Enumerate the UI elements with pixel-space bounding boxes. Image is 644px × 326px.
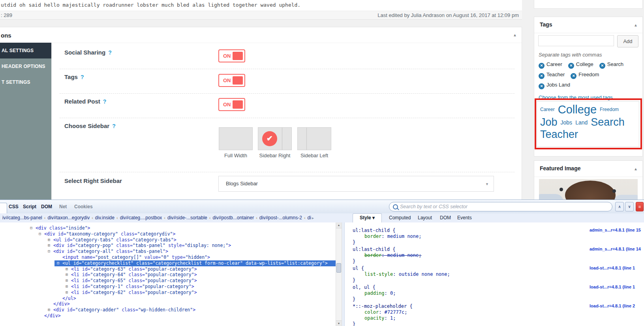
css-rule-source-link[interactable]: load-st...r=4.8.1 (line 1 xyxy=(590,266,635,270)
breadcrumb-item[interactable]: div#taxon...egorydiv xyxy=(47,215,90,220)
breadcrumb-item[interactable]: di xyxy=(308,215,311,220)
style-panel-tab-dom[interactable]: DOM xyxy=(440,215,451,220)
dom-tree-row[interactable]: </ul> xyxy=(0,296,336,302)
collapse-icon[interactable]: ⊟ xyxy=(39,232,41,236)
dom-tree-row[interactable]: <input name="post_category[]" value="0" … xyxy=(0,254,336,260)
find-previous-button[interactable]: ∧ xyxy=(615,202,624,211)
css-declaration[interactable]: list-style: outside none none; xyxy=(353,271,450,277)
dom-tree-row[interactable]: ⊞<li id="category-62" class="popular-cat… xyxy=(0,290,336,296)
tree-scrollbar[interactable]: ▲ ▼ xyxy=(336,222,342,326)
style-panel-tab-style[interactable]: Style ▾ xyxy=(353,213,382,222)
cloud-tag[interactable]: Jobs xyxy=(561,119,573,126)
sidebar-tab-al-settings[interactable]: AL SETTINGS xyxy=(0,43,51,58)
expand-icon[interactable]: ⊞ xyxy=(48,307,50,312)
expand-icon[interactable]: ⊞ xyxy=(66,284,68,288)
css-rule-source-link[interactable]: admin_s...r=4.8.1 (line 14 xyxy=(590,247,641,251)
cloud-tag[interactable]: Career xyxy=(540,107,555,112)
help-icon[interactable]: ? xyxy=(103,98,107,105)
devtools-tab-net[interactable]: Net xyxy=(59,204,67,209)
cloud-tag[interactable]: Freedom xyxy=(600,107,619,112)
featured-image-header[interactable]: Featured Image ▲ xyxy=(534,161,642,177)
collapse-icon[interactable]: ⊟ xyxy=(30,226,32,230)
collapse-arrow-icon[interactable]: ▲ xyxy=(634,23,638,27)
css-declaration[interactable]: border: medium none; xyxy=(353,253,422,258)
help-icon[interactable]: ? xyxy=(81,74,84,80)
dom-tree-row[interactable]: ⊟<ul id="categorychecklist" class="categ… xyxy=(0,260,336,266)
social-sharing-toggle[interactable]: ON xyxy=(218,49,245,62)
breadcrumb-item[interactable]: div#categ....postbox xyxy=(120,215,162,220)
dom-tree-row[interactable]: ⊟<div id="category-all" class="tabs-pane… xyxy=(0,249,336,254)
expand-icon[interactable]: ⊞ xyxy=(66,272,68,277)
dom-tree-row[interactable]: </div> xyxy=(0,301,336,307)
scroll-down-icon[interactable]: ▼ xyxy=(336,320,342,326)
dom-tree-row[interactable]: ⊟<div id="taxonomy-category" class="cate… xyxy=(0,231,336,237)
breadcrumb-item[interactable]: div#side-...sortable xyxy=(167,215,207,220)
help-icon[interactable]: ? xyxy=(108,49,112,56)
dom-tree-row[interactable]: </div> xyxy=(0,313,336,319)
style-panel-tab-computed[interactable]: Computed xyxy=(389,215,411,220)
remove-tag-icon[interactable]: ✕ xyxy=(568,63,574,69)
dom-tree-row[interactable]: ⊟<div class="inside"> xyxy=(0,225,336,231)
tags-panel-header[interactable]: Tags ▲ xyxy=(534,17,642,33)
tags-toggle[interactable]: ON xyxy=(218,74,245,87)
expand-icon[interactable]: ⊞ xyxy=(66,267,68,271)
breadcrumb-item[interactable]: div#post-...olumns-2 xyxy=(259,215,302,220)
add-tag-button[interactable]: Add xyxy=(617,35,638,47)
remove-tag-icon[interactable]: ✕ xyxy=(539,73,544,79)
dom-tree-row[interactable]: ⊞<div id="category-adder" class="wp-hidd… xyxy=(0,307,336,313)
scroll-up-icon[interactable]: ▲ xyxy=(336,222,342,228)
css-declaration[interactable]: color: #72777c; xyxy=(353,309,413,315)
dom-tree-row[interactable]: ⊞<li id="category-64" class="popular-cat… xyxy=(0,272,336,278)
css-selector[interactable]: *::-moz-placeholder { xyxy=(353,303,413,309)
active-panel-tab-partial[interactable] xyxy=(0,203,7,214)
panel-splitter[interactable] xyxy=(342,222,345,326)
help-icon[interactable]: ? xyxy=(112,123,116,129)
collapse-icon[interactable]: ⊟ xyxy=(57,261,59,265)
devtools-tab-css[interactable]: CSS xyxy=(9,204,19,209)
expand-icon[interactable]: ⊞ xyxy=(66,278,68,283)
breadcrumb-item[interactable]: iv#categ...bs-panel xyxy=(2,215,42,220)
new-tag-input[interactable] xyxy=(538,35,614,46)
expand-icon[interactable]: ⊞ xyxy=(48,237,50,242)
remove-tag-icon[interactable]: ✕ xyxy=(599,63,605,69)
remove-tag-icon[interactable]: ✕ xyxy=(539,83,544,89)
dom-tree-row[interactable]: ⊞<li id="category-65" class="popular-cat… xyxy=(0,278,336,284)
css-selector[interactable]: ul:last-child { xyxy=(353,228,422,234)
devtools-search-box[interactable]: Search by text or CSS selector xyxy=(389,202,612,211)
find-next-button[interactable]: ∨ xyxy=(625,202,634,211)
most-used-tags-link[interactable]: Choose from the most used tags xyxy=(539,94,613,100)
layout-option-sidebar-left[interactable] xyxy=(297,127,331,150)
remove-tag-icon[interactable]: ✕ xyxy=(571,73,576,79)
devtools-tab-cookies[interactable]: Cookies xyxy=(74,204,93,209)
dom-tree-row[interactable]: ⊞<ul id="category-tabs" class="category-… xyxy=(0,237,336,243)
devtools-close-button[interactable]: ≡ xyxy=(636,202,644,211)
css-selector[interactable]: ol, ul { xyxy=(353,285,396,290)
cloud-tag[interactable]: College xyxy=(558,103,597,116)
css-selector[interactable]: ul:last-child { xyxy=(353,247,422,253)
sidebar-tab-header-options[interactable]: HEADER OPTIONS xyxy=(0,58,51,74)
style-panel-tab-events[interactable]: Events xyxy=(457,215,472,220)
css-declaration[interactable]: padding: 0; xyxy=(353,290,396,296)
cloud-tag[interactable]: Job xyxy=(540,116,558,128)
expand-icon[interactable]: ⊞ xyxy=(48,243,50,247)
cloud-tag[interactable]: Teacher xyxy=(540,128,578,140)
devtools-tab-script[interactable]: Script xyxy=(23,204,36,209)
collapse-arrow-icon[interactable]: ▲ xyxy=(634,167,638,171)
sidebar-tab-t-settings[interactable]: T SETTINGS xyxy=(0,74,51,90)
devtools-tab-dom[interactable]: DOM xyxy=(41,204,52,209)
css-rule-source-link[interactable]: admin_s...r=4.8.1 (line 15 xyxy=(590,228,641,232)
layout-option-full-width[interactable] xyxy=(219,127,253,150)
cloud-tag[interactable]: Land xyxy=(575,119,588,126)
dom-tree-row[interactable]: ⊞<li id="category-1" class="popular-cate… xyxy=(0,284,336,290)
css-rule-source-link[interactable]: load-st...r=4.8.1 (line 1 xyxy=(590,285,635,289)
remove-tag-icon[interactable]: ✕ xyxy=(539,63,544,69)
css-declaration[interactable]: opacity: 1; xyxy=(353,315,413,321)
css-declaration[interactable]: border: medium none; xyxy=(353,234,422,239)
cloud-tag[interactable]: Search xyxy=(591,116,625,128)
scrollbar-thumb[interactable] xyxy=(336,263,341,273)
collapse-arrow-icon[interactable]: ▲ xyxy=(513,33,517,37)
dom-tree-row[interactable]: ⊞<div id="category-pop" class="tabs-pane… xyxy=(0,243,336,249)
breadcrumb-item[interactable]: div#postb...ontainer xyxy=(212,215,254,220)
related-post-toggle[interactable]: ON xyxy=(218,98,245,111)
css-selector[interactable]: ul { xyxy=(353,266,450,271)
